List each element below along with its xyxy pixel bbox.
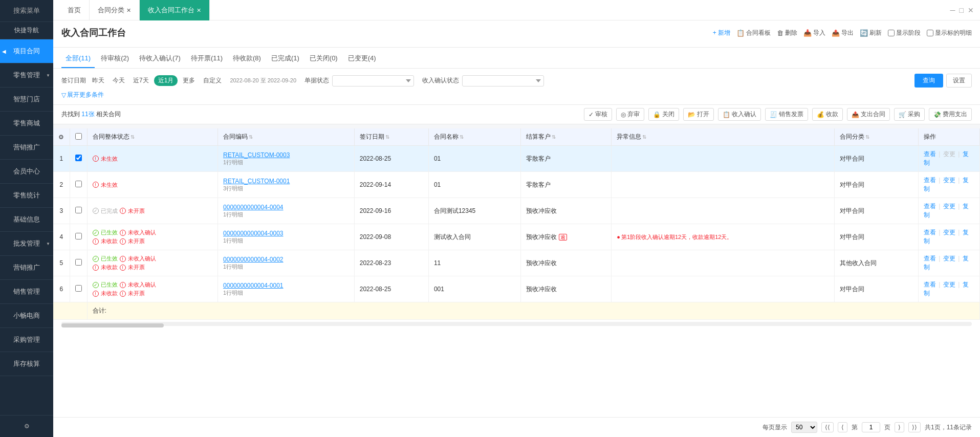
tab-income-contract[interactable]: 收入合同工作台 ✕ xyxy=(140,0,210,20)
contract-board-button[interactable]: 📋 合同看板 xyxy=(736,29,771,37)
doc-status-select[interactable] xyxy=(332,75,414,86)
date-today[interactable]: 今天 xyxy=(110,75,128,86)
sidebar-item-member[interactable]: 会员中心 xyxy=(0,160,53,184)
op-change[interactable]: 变更 xyxy=(943,177,955,184)
cell-checkbox[interactable] xyxy=(70,224,87,250)
income-confirm-select[interactable] xyxy=(462,75,544,86)
sidebar-item-sales-mgmt[interactable]: 销售管理 xyxy=(0,280,53,304)
th-contract-type[interactable]: 合同分类 xyxy=(835,128,919,146)
open-button[interactable]: 📂 打开 xyxy=(683,108,714,121)
filter-tab-pending-payment[interactable]: 待收款(8) xyxy=(229,52,265,68)
th-name[interactable]: 合同名称 xyxy=(428,128,520,146)
op-view[interactable]: 查看 xyxy=(924,229,936,236)
scrollbar-thumb[interactable] xyxy=(61,323,164,327)
next-page-button[interactable]: ⟩ xyxy=(895,422,904,432)
minimize-button[interactable]: ─ xyxy=(950,6,955,14)
date-last1month[interactable]: 近1月 xyxy=(154,75,178,86)
cell-checkbox[interactable] xyxy=(70,146,87,172)
sidebar-item-marketing2[interactable]: 营销推广 xyxy=(0,256,53,280)
close-button-action[interactable]: 🔒 关闭 xyxy=(648,108,679,121)
expense-button[interactable]: 💸 费用支出 xyxy=(929,108,972,121)
close-button[interactable]: ✕ xyxy=(968,6,974,14)
date-custom[interactable]: 自定义 xyxy=(200,75,225,86)
sidebar-item-xiaochu[interactable]: 小畅电商 xyxy=(0,304,53,328)
cell-checkbox[interactable] xyxy=(70,198,87,224)
tab-income-contract-close[interactable]: ✕ xyxy=(197,0,201,20)
cell-checkbox[interactable] xyxy=(70,172,87,198)
date-last7[interactable]: 近7天 xyxy=(130,75,152,86)
op-view[interactable]: 查看 xyxy=(924,255,936,262)
filter-tab-pending-confirm[interactable]: 待收入确认(7) xyxy=(135,52,185,68)
sidebar-settings[interactable]: ⚙ xyxy=(0,415,53,437)
cell-sign-date: 2022-08-25 xyxy=(354,276,428,302)
last-page-button[interactable]: ⟩⟩ xyxy=(908,422,921,432)
op-change[interactable]: 变更 xyxy=(943,255,955,262)
op-change[interactable]: 变更 xyxy=(943,203,955,210)
tab-contract-type[interactable]: 合同分类 ✕ xyxy=(90,0,140,20)
op-view[interactable]: 查看 xyxy=(924,281,936,288)
income-confirm-button[interactable]: 📋 收入确认 xyxy=(718,108,761,121)
abandon-button[interactable]: ◎ 弃审 xyxy=(616,108,644,121)
th-customer[interactable]: 结算客户 xyxy=(521,128,612,146)
filter-tab-changed[interactable]: 已变更(4) xyxy=(344,52,380,68)
sidebar-item-retail-mgmt[interactable]: 零售管理 xyxy=(0,63,53,88)
cell-error-info: ●第1阶段收入确认逾期12天，收款逾期12天。 xyxy=(612,224,835,250)
cell-code: 0000000000004-0004 1行明细 xyxy=(218,198,355,224)
expand-conditions-btn[interactable]: ▽ 展开更多条件 xyxy=(61,91,972,99)
sidebar-item-purchase[interactable]: 采购管理 xyxy=(0,328,53,352)
page-size-select[interactable]: 50 20 100 xyxy=(791,422,817,433)
sidebar-quick-nav[interactable]: 快捷导航 xyxy=(0,22,53,39)
show-stage-checkbox[interactable]: 显示阶段 xyxy=(888,29,921,37)
tab-contract-type-close[interactable]: ✕ xyxy=(126,0,131,20)
first-page-button[interactable]: ⟨⟨ xyxy=(821,422,834,432)
filter-tab-completed[interactable]: 已完成(1) xyxy=(267,52,303,68)
import-button[interactable]: 📥 导入 xyxy=(803,29,825,37)
sidebar-search[interactable]: 搜索菜单 xyxy=(0,0,53,22)
tab-home[interactable]: 首页 xyxy=(59,0,90,20)
sales-invoice-button[interactable]: 🧾 销售发票 xyxy=(765,108,808,121)
payment-out-button[interactable]: 📤 支出合同 xyxy=(847,108,890,121)
th-sign-date[interactable]: 签订日期 xyxy=(354,128,428,146)
filter-tab-closed[interactable]: 已关闭(0) xyxy=(306,52,342,68)
date-more[interactable]: 更多 xyxy=(180,75,198,86)
th-settings[interactable]: ⚙ xyxy=(53,128,70,146)
sidebar-item-marketing1[interactable]: 营销推广 xyxy=(0,136,53,160)
op-change[interactable]: 变更 xyxy=(943,281,955,288)
op-view[interactable]: 查看 xyxy=(924,203,936,210)
new-button[interactable]: + 新增 xyxy=(713,29,730,37)
op-view[interactable]: 查看 xyxy=(924,177,936,184)
filter-tab-pending-review[interactable]: 待审核(2) xyxy=(97,52,133,68)
th-operation: 操作 xyxy=(919,128,980,146)
scrollbar-track[interactable] xyxy=(61,322,972,326)
op-view[interactable]: 查看 xyxy=(924,150,936,158)
show-detail-checkbox[interactable]: 显示标的明细 xyxy=(927,29,972,37)
op-change[interactable]: 变更 xyxy=(943,229,955,236)
sidebar-item-retail-stat[interactable]: 零售统计 xyxy=(0,184,53,208)
review-button[interactable]: ✓ 审核 xyxy=(584,108,612,121)
sidebar-item-retail-mall[interactable]: 零售商城 xyxy=(0,112,53,136)
sidebar-item-basic-info[interactable]: 基础信息 xyxy=(0,208,53,232)
delete-button[interactable]: 🗑 删除 xyxy=(777,29,797,37)
sidebar-item-inventory[interactable]: 库存核算 xyxy=(0,352,53,376)
filter-tab-all[interactable]: 全部(11) xyxy=(61,52,95,68)
refresh-button[interactable]: 🔄 刷新 xyxy=(860,29,882,37)
page-input[interactable] xyxy=(862,422,880,432)
th-code[interactable]: 合同编码 xyxy=(218,128,355,146)
sidebar-item-batch-mgmt[interactable]: 批发管理 xyxy=(0,232,53,256)
purchase-button[interactable]: 🛒 采购 xyxy=(894,108,925,121)
query-button[interactable]: 查询 xyxy=(914,74,943,88)
th-checkbox[interactable] xyxy=(70,128,87,146)
collection-button[interactable]: 💰 收款 xyxy=(812,108,843,121)
th-error-info[interactable]: 异常信息 xyxy=(612,128,835,146)
sidebar-item-project[interactable]: 项目合同 ◀ xyxy=(0,39,53,63)
cell-checkbox[interactable] xyxy=(70,276,87,302)
setting-button[interactable]: 设置 xyxy=(946,74,972,88)
cell-checkbox[interactable] xyxy=(70,250,87,276)
export-button[interactable]: 📤 导出 xyxy=(832,29,854,37)
filter-tab-pending-invoice[interactable]: 待开票(11) xyxy=(187,52,227,68)
th-status[interactable]: 合同整体状态 xyxy=(87,128,218,146)
sidebar-item-smart-store[interactable]: 智慧门店 xyxy=(0,88,53,112)
maximize-button[interactable]: □ xyxy=(960,6,964,14)
prev-page-button[interactable]: ⟨ xyxy=(838,422,847,432)
date-yesterday[interactable]: 昨天 xyxy=(89,75,107,86)
